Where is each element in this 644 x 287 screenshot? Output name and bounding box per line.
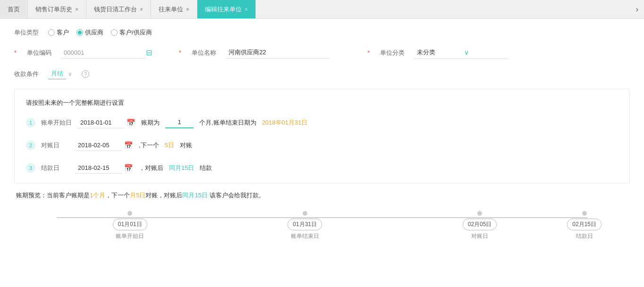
period-label-1: 账单开始日 bbox=[41, 118, 72, 127]
code-label: 单位编码 bbox=[27, 49, 51, 57]
unit-type-row: 单位类型 客户 供应商 客户/供应商 bbox=[14, 28, 630, 37]
timeline-badge-3: 02月05日 bbox=[463, 219, 497, 230]
tab-partner[interactable]: 往来单位 × bbox=[151, 0, 197, 18]
month-input[interactable] bbox=[165, 117, 194, 128]
start-date-wrap: 📅 bbox=[77, 117, 136, 128]
period-title: 请按照未来的一个完整帐期进行设置 bbox=[26, 99, 618, 107]
tab-sales-history[interactable]: 销售订单历史 × bbox=[28, 0, 86, 18]
close-edit-partner[interactable]: × bbox=[245, 6, 248, 13]
code-copy-icon[interactable]: ⊟ bbox=[146, 48, 152, 57]
close-sales-history[interactable]: × bbox=[75, 6, 78, 13]
period-num-3: 3 bbox=[26, 163, 35, 173]
unit-type-label: 单位类型 bbox=[14, 28, 39, 37]
preview-part2: 月5日 bbox=[130, 192, 145, 199]
radio-supplier[interactable]: 供应商 bbox=[76, 28, 103, 37]
main-content: 单位类型 客户 供应商 客户/供应商 * 单位编码 ⊟ * 单位名称 bbox=[0, 19, 644, 287]
period-num-1: 1 bbox=[26, 118, 35, 127]
tab-cash-work[interactable]: 钱货日清工作台 × bbox=[86, 0, 151, 18]
start-date-input[interactable] bbox=[77, 117, 125, 128]
timeline-nodes: 01月01日 账单开始日 01月31日 账单结束日 02月05日 对账日 02月… bbox=[42, 211, 602, 240]
period-label-3: 结款日 bbox=[41, 164, 69, 172]
name-label: 单位名称 bbox=[192, 49, 216, 57]
payment-label: 收款条件 bbox=[14, 70, 39, 78]
preview-text: 账期预览：当前客户账期是1个月，下一个月5日对账，对账后同月15日 该客户会给我… bbox=[14, 191, 630, 200]
timeline-node-3: 02月05日 对账日 bbox=[392, 211, 567, 240]
name-input[interactable] bbox=[226, 47, 330, 59]
period-row3-highlight: 同月15日 bbox=[169, 164, 194, 172]
timeline-badge-1: 01月01日 bbox=[113, 219, 147, 230]
close-partner[interactable]: × bbox=[186, 6, 189, 13]
preview-part3: 同月15日 bbox=[182, 192, 207, 199]
timeline-dot-3 bbox=[477, 211, 482, 216]
tab-home[interactable]: 首页 bbox=[0, 0, 28, 18]
tab-edit-partner[interactable]: 编辑往来单位 × bbox=[197, 0, 256, 18]
category-select[interactable]: 未分类 ∨ bbox=[414, 46, 508, 59]
timeline-label-2: 账单结束日 bbox=[291, 232, 319, 240]
code-input-wrap: ⊟ bbox=[61, 47, 146, 59]
close-cash-work[interactable]: × bbox=[140, 6, 143, 13]
timeline-dot-4 bbox=[582, 211, 587, 216]
payment-date-wrap: 📅 bbox=[75, 162, 133, 174]
period-row-1: 1 账单开始日 📅 账期为 个月,账单结束日期为 2018年01月31日 bbox=[26, 117, 618, 128]
tab-bar: 首页 销售订单历史 × 钱货日清工作台 × 往来单位 × 编辑往来单位 × › bbox=[0, 0, 644, 19]
timeline-dot-2 bbox=[303, 211, 307, 216]
timeline-badge-4: 02月15日 bbox=[567, 219, 602, 230]
reconcile-date-input[interactable] bbox=[75, 140, 122, 151]
payment-row: 收款条件 月结 ∨ ? bbox=[14, 68, 630, 79]
timeline-label-1: 账单开始日 bbox=[116, 232, 144, 240]
timeline-badge-2: 01月31日 bbox=[288, 219, 322, 230]
timeline-node-4: 02月15日 结款日 bbox=[567, 211, 602, 240]
tab-more-button[interactable]: › bbox=[630, 0, 644, 18]
payment-date-input[interactable] bbox=[75, 162, 122, 174]
period-end-date: 2018年01月31日 bbox=[262, 118, 308, 127]
radio-both[interactable]: 客户/供应商 bbox=[111, 28, 152, 37]
category-chevron-icon: ∨ bbox=[461, 47, 508, 58]
timeline-node-2: 01月31日 账单结束日 bbox=[217, 211, 392, 240]
payment-help-icon[interactable]: ? bbox=[82, 70, 89, 78]
payment-value: 月结 bbox=[48, 68, 66, 79]
timeline-dot-1 bbox=[127, 211, 132, 216]
radio-both-circle bbox=[111, 29, 118, 36]
period-num-2: 2 bbox=[26, 141, 35, 150]
preview-part1: 1个月 bbox=[90, 192, 105, 199]
code-name-category-row: * 单位编码 ⊟ * 单位名称 * 单位分类 未分类 ∨ bbox=[14, 46, 630, 59]
radio-customer[interactable]: 客户 bbox=[48, 28, 69, 37]
period-label-2: 对账日 bbox=[41, 141, 69, 150]
start-date-calendar-icon[interactable]: 📅 bbox=[127, 118, 136, 127]
period-row2-prefix: ,下一个 bbox=[139, 141, 159, 150]
radio-supplier-circle bbox=[76, 29, 83, 36]
reconcile-date-wrap: 📅 bbox=[75, 140, 133, 151]
unit-type-radio-group: 客户 供应商 客户/供应商 bbox=[48, 28, 152, 37]
payment-date-calendar-icon[interactable]: 📅 bbox=[124, 164, 133, 172]
period-row-2: 2 对账日 📅 ,下一个 5日 对账 bbox=[26, 140, 618, 151]
timeline-label-4: 结款日 bbox=[576, 232, 593, 240]
period-row3-prefix: ，对账后 bbox=[139, 164, 163, 172]
period-month-unit: 个月,账单结束日期为 bbox=[199, 118, 256, 127]
period-row3-suffix: 结款 bbox=[200, 164, 212, 172]
payment-select[interactable]: 月结 ∨ bbox=[48, 68, 72, 79]
period-row-3: 3 结款日 📅 ，对账后 同月15日 结款 bbox=[26, 162, 618, 174]
radio-customer-circle bbox=[48, 29, 55, 36]
timeline-node-1: 01月01日 账单开始日 bbox=[42, 211, 217, 240]
period-settings-box: 请按照未来的一个完整帐期进行设置 1 账单开始日 📅 账期为 个月,账单结束日期… bbox=[14, 89, 630, 184]
reconcile-date-calendar-icon[interactable]: 📅 bbox=[124, 141, 133, 150]
timeline-section: 01月01日 账单开始日 01月31日 账单结束日 02月05日 对账日 02月… bbox=[14, 211, 630, 250]
timeline-label-3: 对账日 bbox=[471, 232, 488, 240]
period-row2-highlight: 5日 bbox=[165, 141, 174, 150]
period-suffix-1: 账期为 bbox=[141, 118, 160, 127]
category-label: 单位分类 bbox=[380, 49, 405, 57]
code-input[interactable] bbox=[61, 47, 146, 58]
payment-chevron-icon: ∨ bbox=[68, 71, 72, 77]
period-row2-suffix: 对账 bbox=[180, 141, 192, 150]
